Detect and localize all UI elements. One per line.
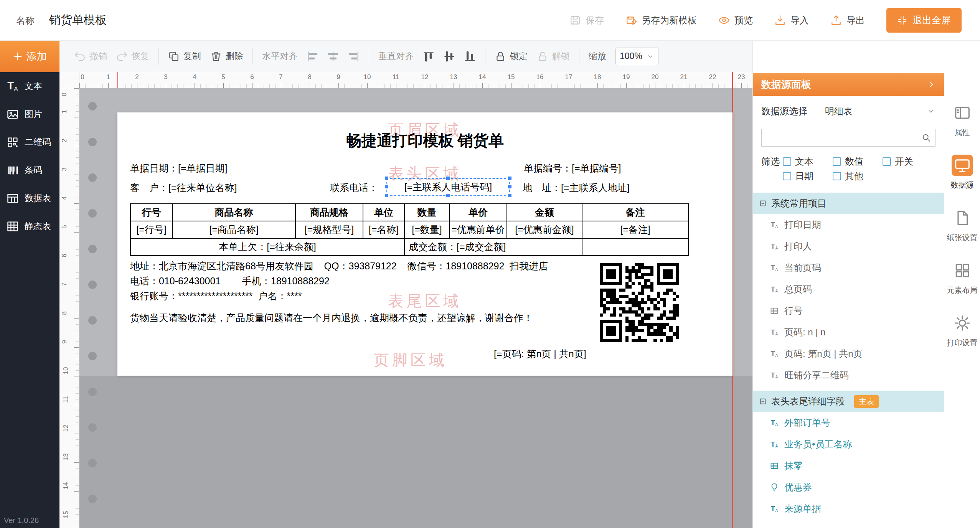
tree-item[interactable]: 行号: [753, 300, 944, 322]
qr-code-image[interactable]: [600, 263, 679, 342]
export-button[interactable]: 导出: [830, 14, 865, 26]
strip-item-element-layout[interactable]: 元素布局: [947, 260, 978, 295]
doc-table-cell[interactable]: [=规格型号]: [295, 221, 363, 238]
resize-handle-nw[interactable]: [384, 176, 389, 181]
resize-handle-se[interactable]: [507, 193, 512, 198]
doc-footer-line-notice[interactable]: 货物当天请验收清楚，产品质量问题请在一个月内退换，逾期概不负责，还望谅解，谢谢合…: [130, 312, 533, 324]
checkbox: [833, 172, 841, 180]
doc-table-header-cell[interactable]: 行号: [130, 204, 172, 221]
filter-checkbox-option[interactable]: 数值: [833, 155, 883, 168]
field-doc-date[interactable]: 单据日期：[=单据日期]: [130, 163, 228, 173]
import-button[interactable]: 导入: [774, 14, 809, 26]
resize-handle-sw[interactable]: [384, 193, 389, 198]
sidebar-item-static-table[interactable]: 静态表: [0, 212, 59, 240]
resize-handle-w[interactable]: [384, 184, 389, 189]
lock-button[interactable]: 锁定: [495, 50, 528, 62]
field-phone-label[interactable]: 联系电话：: [330, 182, 378, 194]
strip-item-properties[interactable]: 属性: [952, 102, 973, 138]
zoom-select[interactable]: 100%: [615, 48, 658, 65]
resize-handle-e[interactable]: [507, 184, 512, 189]
doc-table-header-cell[interactable]: 数量: [404, 204, 449, 221]
doc-table-owed-cell[interactable]: 本单上欠：[=往来余额]: [130, 238, 404, 256]
resize-handle-s[interactable]: [445, 193, 450, 198]
tree-item[interactable]: TA旺铺分享二维码: [753, 365, 944, 386]
tree-item[interactable]: TA业务员•员工名称: [753, 434, 944, 455]
sidebar-item-barcode[interactable]: 条码: [0, 156, 59, 184]
delete-button[interactable]: 删除: [210, 50, 243, 62]
filter-checkbox-option[interactable]: 开关: [883, 155, 932, 168]
field-address[interactable]: 地 址：[=主联系人地址]: [523, 182, 630, 194]
doc-table[interactable]: 行号商品名称商品规格单位数量单价金额备注[=行号][=商品名称][=规格型号][…: [130, 203, 689, 256]
import-label: 导入: [790, 14, 809, 26]
datasource-select[interactable]: 明细表: [825, 105, 935, 117]
tree-item[interactable]: 优惠券: [753, 477, 944, 498]
tree-section-header[interactable]: 表头表尾详细字段主表: [753, 391, 944, 412]
align-bottom-button[interactable]: [464, 51, 476, 62]
doc-table-cell[interactable]: [=商品名称]: [172, 221, 295, 238]
template-page: 页眉区域 表头区域 表尾区域 页脚区域 畅捷通打印模板 销货单 单据日期：[=单…: [117, 112, 733, 376]
tree-item[interactable]: TA页码: 第n页 | 共n页: [753, 343, 944, 365]
resize-handle-ne[interactable]: [507, 176, 512, 181]
undo-button[interactable]: 撤销: [74, 50, 107, 62]
sidebar-item-image[interactable]: 图片: [0, 100, 59, 128]
exit-fullscreen-button[interactable]: 退出全屏: [886, 8, 962, 33]
sidebar-item-qrcode[interactable]: 二维码: [0, 128, 59, 156]
doc-table-header-cell[interactable]: 商品规格: [295, 204, 363, 221]
doc-table-cell[interactable]: [=行号]: [130, 221, 172, 238]
doc-table-cell[interactable]: [=名称]: [363, 221, 404, 238]
strip-item-print-settings[interactable]: 打印设置: [947, 312, 978, 348]
resize-handle-n[interactable]: [445, 176, 450, 181]
doc-table-cell[interactable]: [=优惠前金额]: [507, 221, 582, 238]
search-button[interactable]: [917, 129, 935, 147]
doc-footer-line-phone[interactable]: 电话：010-62430001 手机：18910888292: [130, 275, 330, 287]
copy-button[interactable]: 复制: [168, 50, 201, 62]
filter-checkbox-option[interactable]: 其他: [833, 170, 883, 182]
tree-item[interactable]: TA总页码: [753, 279, 944, 300]
preview-button[interactable]: 预览: [718, 14, 753, 26]
ruler-vertical: 0123456789101112131415: [59, 88, 79, 528]
page-number-element[interactable]: [=页码: 第n页 | 共n页]: [494, 348, 586, 360]
align-center-horizontal-button[interactable]: [327, 51, 339, 62]
tree-item[interactable]: TA当前页码: [753, 257, 944, 279]
doc-table-header-cell[interactable]: 单位: [363, 204, 404, 221]
search-input[interactable]: [761, 129, 917, 147]
tree-item[interactable]: TA打印人: [753, 236, 944, 257]
doc-table-cell[interactable]: [=数量]: [404, 221, 449, 238]
tree-section-header[interactable]: 系统常用项目: [753, 193, 944, 214]
doc-title-element[interactable]: 畅捷通打印模板 销货单: [117, 130, 733, 151]
editor-toolbar: 撤销 恢复 复制 删除 水平对齐 垂直对齐 锁定 解锁: [59, 41, 752, 72]
strip-item-datasource[interactable]: 数据源: [951, 155, 974, 190]
tree-item[interactable]: TA打印日期: [753, 214, 944, 236]
align-middle-vertical-button[interactable]: [444, 51, 455, 62]
tree-item[interactable]: 抹零: [753, 455, 944, 477]
add-button[interactable]: 添加: [0, 41, 59, 72]
align-left-button[interactable]: [307, 51, 318, 62]
sidebar-item-text[interactable]: TA 文本: [0, 72, 59, 100]
sidebar-item-data-table[interactable]: 数据表: [0, 184, 59, 212]
filter-checkbox-option[interactable]: 日期: [783, 170, 833, 182]
tree-item[interactable]: TA页码: n | n: [753, 322, 944, 343]
tree-item[interactable]: TA来源单据: [753, 498, 944, 520]
save-button[interactable]: 保存: [569, 14, 604, 26]
selected-element-phone-value[interactable]: [=主联系人电话号码]: [386, 178, 510, 196]
doc-footer-line-bank[interactable]: 银行账号：******************** 户名：****: [130, 290, 302, 302]
filter-checkbox-option[interactable]: 文本: [783, 155, 833, 168]
align-right-button[interactable]: [348, 51, 360, 62]
doc-table-cell[interactable]: [=备注]: [582, 221, 688, 238]
doc-table-header-cell[interactable]: 单价: [449, 204, 507, 221]
doc-table-total-cell[interactable]: 成交金额：[=成交金额]: [404, 238, 582, 256]
doc-footer-line-address[interactable]: 地址：北京市海淀区北清路68号用友软件园 QQ：393879122 微信号：18…: [130, 260, 548, 272]
doc-table-header-cell[interactable]: 商品名称: [172, 204, 295, 221]
field-customer[interactable]: 客 户：[=往来单位名称]: [130, 182, 237, 193]
tree-item[interactable]: TA外部订单号: [753, 412, 944, 434]
redo-button[interactable]: 恢复: [116, 50, 149, 62]
doc-table-cell[interactable]: =优惠前单价: [449, 221, 507, 238]
save-as-new-template-button[interactable]: 另存为新模板: [625, 14, 697, 26]
datasource-panel-header[interactable]: 数据源面板: [753, 73, 944, 96]
doc-table-header-cell[interactable]: 金额: [507, 204, 582, 221]
field-doc-number[interactable]: 单据编号：[=单据编号]: [524, 162, 621, 175]
doc-table-header-cell[interactable]: 备注: [582, 204, 688, 221]
strip-item-paper-settings[interactable]: 纸张设置: [947, 207, 978, 243]
align-top-button[interactable]: [423, 51, 434, 62]
unlock-button[interactable]: 解锁: [537, 50, 570, 62]
